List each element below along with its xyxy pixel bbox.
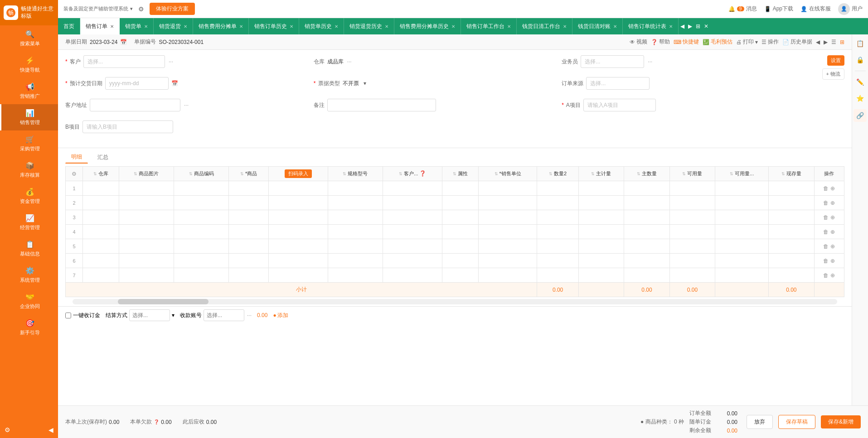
table-cell[interactable]: [478, 254, 537, 268]
table-cell[interactable]: [82, 210, 119, 225]
table-cell[interactable]: [119, 196, 174, 210]
table-cell[interactable]: [442, 196, 479, 210]
table-cell[interactable]: [328, 268, 383, 283]
table-cell[interactable]: [119, 225, 174, 239]
delete-icon[interactable]: 🗑: [823, 200, 829, 206]
sidebar-item-cooperation[interactable]: 🤝 企业协同: [0, 288, 58, 314]
table-cell[interactable]: [82, 254, 119, 268]
table-cell[interactable]: [715, 225, 769, 239]
table-cell[interactable]: [442, 254, 479, 268]
b-project-input[interactable]: [82, 120, 173, 133]
table-cell[interactable]: [624, 225, 670, 239]
delete-icon[interactable]: 🗑: [823, 185, 829, 192]
table-cell[interactable]: [578, 254, 624, 268]
table-cell[interactable]: [624, 254, 670, 268]
scrollbar-track[interactable]: [73, 299, 837, 304]
nav-next-icon[interactable]: ▶: [824, 39, 828, 45]
col-settings[interactable]: ⚙: [66, 167, 83, 181]
sidebar-item-finance[interactable]: 💰 资金管理: [0, 183, 58, 209]
table-cell[interactable]: [269, 196, 328, 210]
table-cell[interactable]: [229, 225, 269, 239]
collapse-icon[interactable]: ◀: [48, 426, 53, 433]
table-cell[interactable]: [624, 210, 670, 225]
table-cell[interactable]: [624, 268, 670, 283]
layout-grid-icon[interactable]: ⊞: [840, 39, 844, 45]
sidebar-item-marketing[interactable]: 📢 营销推广: [0, 78, 58, 104]
copy-icon[interactable]: ⊕: [830, 200, 835, 206]
table-cell[interactable]: [537, 196, 578, 210]
col-settings-icon[interactable]: ⚙: [72, 171, 77, 177]
table-cell[interactable]: [82, 225, 119, 239]
table-cell[interactable]: [769, 196, 815, 210]
tab-order-history-close[interactable]: ✕: [290, 24, 293, 29]
tab-sales-return-history[interactable]: 销货退货历史 ✕: [344, 18, 394, 34]
nav-prev-icon[interactable]: ◀: [816, 39, 820, 45]
delete-icon[interactable]: 🗑: [823, 272, 829, 279]
sidebar-item-inventory[interactable]: 📦 库存核算: [0, 157, 58, 183]
addrow-tool-button[interactable]: + 物流: [822, 68, 844, 80]
table-cell[interactable]: [537, 268, 578, 283]
history-action[interactable]: 📄 历史单据: [782, 38, 812, 46]
table-cell[interactable]: [174, 239, 228, 254]
table-scrollbar[interactable]: [65, 299, 844, 304]
tab-sales-fee-history[interactable]: 销售费用分摊单历史 ✕: [394, 18, 461, 34]
delete-icon[interactable]: 🗑: [823, 229, 829, 235]
tab-cash-daily[interactable]: 钱货日清工作台 ✕: [517, 18, 572, 34]
table-cell[interactable]: [537, 239, 578, 254]
table-cell[interactable]: [769, 239, 815, 254]
table-cell[interactable]: [715, 239, 769, 254]
sidebar-item-system[interactable]: ⚙️ 系统管理: [0, 262, 58, 288]
table-cell[interactable]: [478, 225, 537, 239]
table-cell[interactable]: [715, 210, 769, 225]
table-cell[interactable]: [624, 239, 670, 254]
table-cell[interactable]: [328, 210, 383, 225]
print-action[interactable]: 🖨 打印 ▾: [736, 38, 758, 46]
table-cell[interactable]: [669, 210, 715, 225]
tab-return-history-close[interactable]: ✕: [385, 24, 388, 29]
table-cell[interactable]: [478, 239, 537, 254]
tab-sales-statistics[interactable]: 销售订单统计表 ✕: [623, 18, 679, 34]
salesperson-input[interactable]: [581, 55, 644, 68]
help-action[interactable]: ❓ 帮助: [651, 38, 670, 46]
table-cell[interactable]: [624, 196, 670, 210]
tab-sales-slip-close[interactable]: ✕: [144, 24, 148, 29]
tab-sales-slip[interactable]: 销货单 ✕: [120, 18, 154, 34]
table-cell[interactable]: [82, 181, 119, 196]
table-cell[interactable]: [174, 210, 228, 225]
tab-sales-order-close[interactable]: ✕: [110, 24, 114, 29]
right-icon-link[interactable]: 🔗: [853, 109, 867, 122]
user-item[interactable]: 👤 用户: [838, 3, 863, 15]
table-cell[interactable]: [229, 210, 269, 225]
tab-summary[interactable]: 汇总: [92, 151, 114, 164]
topbar-settings-icon[interactable]: ⚙: [138, 5, 144, 13]
table-cell[interactable]: [174, 254, 228, 268]
table-cell[interactable]: [229, 254, 269, 268]
tab-sales-workbench[interactable]: 销售订单工作台 ✕: [461, 18, 517, 34]
tab-nav-close-all[interactable]: ✕: [702, 23, 710, 29]
address-dots[interactable]: ···: [184, 102, 189, 108]
order-source-input[interactable]: [586, 77, 650, 90]
add-button[interactable]: ● 添加: [273, 312, 288, 319]
tab-nav-expand[interactable]: ⊞: [694, 23, 702, 29]
tab-slip-history-close[interactable]: ✕: [335, 24, 338, 29]
salesperson-dots[interactable]: ···: [648, 58, 652, 65]
table-cell[interactable]: [578, 196, 624, 210]
system-title[interactable]: 装备及固定资产辅助管理系统 ▾: [63, 5, 133, 12]
payment-method-dropdown[interactable]: ▾: [172, 312, 175, 318]
table-cell[interactable]: [383, 196, 442, 210]
view-action[interactable]: 👁 视频: [630, 38, 647, 46]
scan-button[interactable]: 扫码录入: [285, 169, 312, 178]
table-cell[interactable]: [769, 181, 815, 196]
settings-bottom-icon[interactable]: ⚙: [5, 426, 10, 433]
table-cell[interactable]: [578, 225, 624, 239]
table-cell[interactable]: [537, 225, 578, 239]
table-cell[interactable]: [383, 239, 442, 254]
tab-detail[interactable]: 明细: [65, 151, 88, 164]
payment-method-input[interactable]: [129, 309, 170, 321]
tab-cash-reconcile-close[interactable]: ✕: [613, 24, 617, 29]
a-project-input[interactable]: [583, 99, 656, 111]
table-cell[interactable]: [328, 181, 383, 196]
table-cell[interactable]: [769, 225, 815, 239]
table-cell[interactable]: [269, 181, 328, 196]
notification-item[interactable]: 🔔 9 消息: [728, 5, 757, 13]
